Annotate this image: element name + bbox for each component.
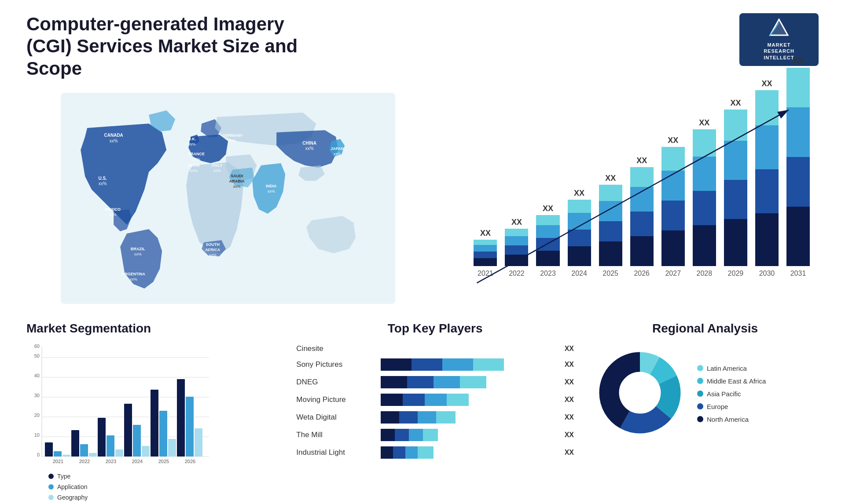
bar-segment <box>661 201 685 230</box>
bar-stack-2021 <box>474 240 497 266</box>
svg-text:SAUDI: SAUDI <box>231 174 243 178</box>
player-bar-segment <box>381 394 403 406</box>
svg-text:2024: 2024 <box>132 459 143 464</box>
player-name: Cinesite <box>296 344 375 353</box>
bar-group-2025: XX2025 <box>599 174 622 278</box>
bar-label-2026: XX <box>636 156 647 165</box>
bar-year-label: 2025 <box>603 270 618 278</box>
bar-segment <box>661 147 685 171</box>
svg-rect-69 <box>159 411 167 457</box>
header: Computer-generated Imagery (CGI) Service… <box>26 13 819 80</box>
svg-text:ITALY: ITALY <box>212 163 223 168</box>
bar-label-2022: XX <box>511 218 522 227</box>
player-name: Sony Pictures <box>296 360 375 369</box>
svg-rect-72 <box>177 379 185 457</box>
legend-dot-na <box>697 416 703 422</box>
segmentation-container: Market Segmentation 0 10 20 30 40 50 60 <box>26 321 279 501</box>
bar-group-2029: XX2029 <box>724 99 747 278</box>
bar-segment <box>474 252 497 258</box>
player-value: XX <box>565 345 574 353</box>
svg-text:FRANCE: FRANCE <box>188 152 205 156</box>
player-bar-segment <box>407 376 434 388</box>
player-bar-segment <box>473 358 504 371</box>
svg-text:MEXICO: MEXICO <box>105 207 121 212</box>
svg-marker-1 <box>770 19 788 35</box>
svg-rect-54 <box>62 455 70 457</box>
bar-stack-2031 <box>786 68 810 266</box>
bar-segment <box>724 219 747 266</box>
svg-rect-57 <box>80 444 88 457</box>
bar-segment <box>755 213 779 266</box>
segmentation-svg: 0 10 20 30 40 50 60 <box>26 344 211 467</box>
player-name: DNEG <box>296 378 375 387</box>
legend-dot-europe <box>697 403 703 409</box>
svg-rect-66 <box>142 446 150 457</box>
bar-segment <box>474 240 497 245</box>
bar-segment <box>536 215 559 225</box>
bar-label-2027: XX <box>668 136 678 145</box>
bar-year-label: 2030 <box>759 270 775 278</box>
svg-text:2026: 2026 <box>185 459 195 464</box>
svg-rect-58 <box>89 453 97 457</box>
bar-chart-bars: XX2021XX2022XX2023XX2024XX2025XX2026XX20… <box>474 102 810 278</box>
donut-legend-container: Latin America Middle East & Africa Asia … <box>592 344 819 443</box>
legend-item-mea: Middle East & Africa <box>697 377 766 385</box>
player-row: DNEGXX <box>296 376 574 388</box>
player-row: Industrial LightXX <box>296 446 574 459</box>
regional-container: Regional Analysis <box>592 321 819 443</box>
players-list: CinesiteXXSony PicturesXXDNEGXXMoving Pi… <box>296 344 574 459</box>
bar-stack-2023 <box>536 215 559 266</box>
player-bar-segment <box>425 394 447 406</box>
legend-item-type: Type <box>48 473 279 480</box>
svg-text:SPAIN: SPAIN <box>188 163 200 168</box>
player-bar-segment <box>434 376 460 388</box>
donut-chart <box>592 344 688 443</box>
player-bar-segment <box>405 446 418 459</box>
player-name: The Mill <box>296 431 375 439</box>
svg-text:60: 60 <box>34 344 40 349</box>
player-row: Sony PicturesXX <box>296 358 574 371</box>
bar-year-label: 2022 <box>509 270 525 278</box>
svg-text:xx%: xx% <box>213 168 221 173</box>
svg-text:40: 40 <box>34 373 40 378</box>
bar-segment <box>724 141 747 180</box>
segmentation-title: Market Segmentation <box>26 321 279 336</box>
bar-year-label: 2031 <box>790 270 806 278</box>
bar-year-label: 2026 <box>634 270 650 278</box>
player-bar-container <box>381 394 555 406</box>
map-container: CANADA xx% U.S. xx% MEXICO xx% BRAZIL xx… <box>26 93 430 304</box>
svg-text:GERMANY: GERMANY <box>222 133 242 138</box>
legend-item-north-america: North America <box>697 416 766 423</box>
player-name: Moving Picture <box>296 395 375 404</box>
player-value: XX <box>565 413 574 421</box>
svg-text:xx%: xx% <box>110 139 118 143</box>
bar-label-2028: XX <box>699 118 709 128</box>
bar-stack-2024 <box>568 200 591 266</box>
bar-year-label: 2029 <box>728 270 744 278</box>
svg-text:xx%: xx% <box>334 152 341 156</box>
legend-item-application: Application <box>48 483 279 490</box>
bar-segment <box>505 236 528 245</box>
legend-item-europe: Europe <box>697 403 766 410</box>
svg-rect-60 <box>98 418 106 457</box>
bar-label-2025: XX <box>605 174 616 183</box>
svg-rect-68 <box>151 390 158 457</box>
player-value: XX <box>565 361 574 369</box>
svg-text:SOUTH: SOUTH <box>206 242 220 247</box>
bottom-section: Market Segmentation 0 10 20 30 40 50 60 <box>26 321 819 501</box>
bar-segment <box>599 241 622 266</box>
bar-stack-2030 <box>755 90 779 266</box>
svg-text:U.K.: U.K. <box>188 137 196 141</box>
player-bar <box>381 358 504 371</box>
regional-title: Regional Analysis <box>592 321 819 336</box>
player-bar-segment <box>447 394 469 406</box>
svg-rect-52 <box>45 442 53 457</box>
bar-label-2030: XX <box>761 79 772 88</box>
player-bar-segment <box>411 358 442 371</box>
svg-text:xx%: xx% <box>134 252 142 256</box>
svg-text:JAPAN: JAPAN <box>331 146 344 151</box>
svg-text:xx%: xx% <box>130 277 137 281</box>
svg-text:2025: 2025 <box>158 459 169 464</box>
svg-text:xx%: xx% <box>305 146 314 151</box>
bar-group-2028: XX2028 <box>693 118 716 278</box>
